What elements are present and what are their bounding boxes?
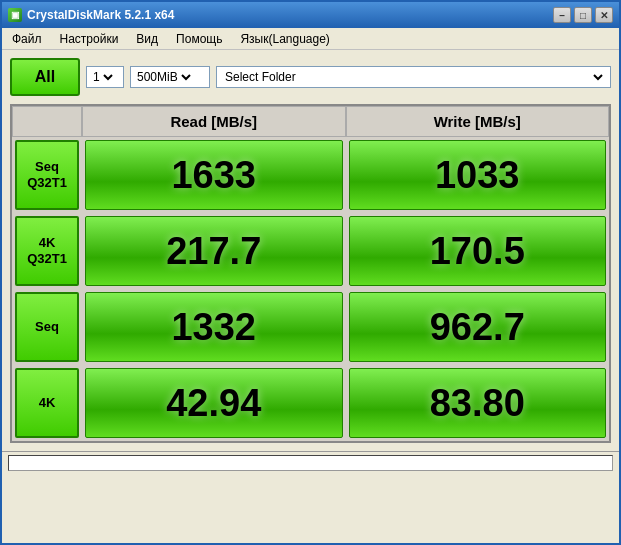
minimize-button[interactable]: –	[553, 7, 571, 23]
menu-language[interactable]: Язык(Language)	[234, 30, 335, 48]
count-select[interactable]: 1 3 5 9	[89, 69, 116, 85]
row-label-4k: 4K	[15, 368, 79, 438]
app-title: CrystalDiskMark 5.2.1 x64	[27, 8, 174, 22]
row-label-seq-q32t1: SeqQ32T1	[15, 140, 79, 210]
folder-select[interactable]: Select Folder	[221, 69, 606, 85]
benchmark-grid: Read [MB/s] Write [MB/s] SeqQ32T1 1633 1…	[10, 104, 611, 443]
seq-q32t1-write-cell: 1033	[349, 140, 607, 210]
size-select-wrapper: 50MiB 100MiB 500MiB 1GiB 2GiB 4GiB	[130, 66, 210, 88]
close-button[interactable]: ✕	[595, 7, 613, 23]
4k-write-value: 83.80	[430, 382, 525, 425]
4k-q32t1-read-cell: 217.7	[85, 216, 343, 286]
menu-view[interactable]: Вид	[130, 30, 164, 48]
4k-q32t1-write-cell: 170.5	[349, 216, 607, 286]
seq-q32t1-write-value: 1033	[435, 154, 520, 197]
maximize-button[interactable]: □	[574, 7, 592, 23]
menu-settings[interactable]: Настройки	[54, 30, 125, 48]
row-label-seq: Seq	[15, 292, 79, 362]
4k-read-value: 42.94	[166, 382, 261, 425]
4k-q32t1-write-value: 170.5	[430, 230, 525, 273]
size-select[interactable]: 50MiB 100MiB 500MiB 1GiB 2GiB 4GiB	[133, 69, 194, 85]
seq-read-cell: 1332	[85, 292, 343, 362]
menu-help[interactable]: Помощь	[170, 30, 228, 48]
app-icon: ▣	[8, 8, 22, 22]
app-window: ▣ CrystalDiskMark 5.2.1 x64 – □ ✕ Файл Н…	[0, 0, 621, 545]
row-label-4k-q32t1: 4KQ32T1	[15, 216, 79, 286]
seq-write-value: 962.7	[430, 306, 525, 349]
header-empty-cell	[12, 106, 82, 137]
4k-q32t1-read-value: 217.7	[166, 230, 261, 273]
seq-write-cell: 962.7	[349, 292, 607, 362]
window-controls: – □ ✕	[553, 7, 613, 23]
read-header: Read [MB/s]	[82, 106, 346, 137]
title-bar-left: ▣ CrystalDiskMark 5.2.1 x64	[8, 8, 174, 22]
main-content: All 1 3 5 9 50MiB 100MiB 500MiB 1GiB 2Gi…	[2, 50, 619, 451]
folder-select-wrapper: Select Folder	[216, 66, 611, 88]
menu-bar: Файл Настройки Вид Помощь Язык(Language)	[2, 28, 619, 50]
4k-write-cell: 83.80	[349, 368, 607, 438]
status-bar	[2, 451, 619, 473]
seq-read-value: 1332	[171, 306, 256, 349]
seq-q32t1-read-cell: 1633	[85, 140, 343, 210]
status-field	[8, 455, 613, 471]
count-select-wrapper: 1 3 5 9	[86, 66, 124, 88]
title-bar: ▣ CrystalDiskMark 5.2.1 x64 – □ ✕	[2, 2, 619, 28]
write-header: Write [MB/s]	[346, 106, 610, 137]
toolbar-row: All 1 3 5 9 50MiB 100MiB 500MiB 1GiB 2Gi…	[10, 58, 611, 96]
seq-q32t1-read-value: 1633	[171, 154, 256, 197]
4k-read-cell: 42.94	[85, 368, 343, 438]
all-button[interactable]: All	[10, 58, 80, 96]
menu-file[interactable]: Файл	[6, 30, 48, 48]
